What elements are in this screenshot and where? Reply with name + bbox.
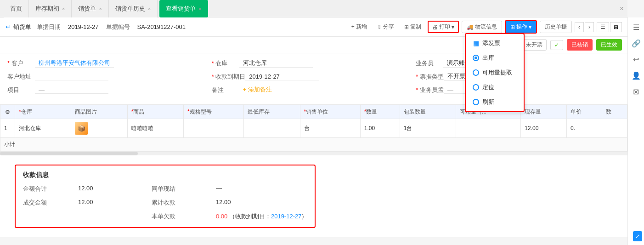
- confirm-button[interactable]: ✓: [550, 40, 563, 50]
- logistics-label: 物流信息: [475, 23, 497, 31]
- row-min-stock: [244, 119, 300, 138]
- col-gear: ⚙: [0, 105, 15, 119]
- confirm-icon: ✓: [554, 42, 559, 48]
- outbound-label: 出库: [482, 54, 494, 62]
- menu-item-available-qty[interactable]: 可用量提取: [466, 65, 524, 80]
- effective-button[interactable]: 已生效: [596, 39, 622, 51]
- sidebar-icon-link[interactable]: 🔗: [630, 37, 643, 50]
- tab-sales[interactable]: 销货单 ×: [72, 0, 108, 17]
- print-button[interactable]: 🖨 打印 ▾: [428, 21, 459, 33]
- locate-icon: [472, 84, 480, 91]
- menu-item-locate[interactable]: 定位: [466, 80, 524, 95]
- table-scroll-bar[interactable]: [0, 152, 627, 155]
- due-date: 2019-12-27: [271, 213, 302, 220]
- sidebar-icon-table[interactable]: ⊠: [631, 85, 641, 98]
- current-due-label: 本单欠款: [152, 211, 216, 222]
- outbound-icon: [472, 54, 480, 62]
- menu-item-refresh[interactable]: 刷新: [466, 95, 524, 109]
- locate-label: 定位: [482, 83, 494, 91]
- current-due-value: 0.00: [216, 213, 227, 220]
- row-warehouse: 河北仓库: [15, 119, 71, 138]
- logistics-button[interactable]: 🚚 物流信息: [462, 21, 502, 33]
- close-tab-sales-history[interactable]: ×: [148, 6, 151, 11]
- total-amount-label: 金额合计: [23, 184, 78, 194]
- number-label: 单据编号: [106, 23, 130, 31]
- close-tab-view-sales[interactable]: ×: [198, 6, 201, 11]
- window-close-button[interactable]: ×: [620, 5, 624, 13]
- history-button[interactable]: 历史单据: [540, 21, 572, 33]
- row-available: [456, 119, 521, 138]
- col-pack-qty: 包装数量: [400, 105, 456, 119]
- customer-field: 客户 柳州粤港平安气体有限公司: [7, 59, 212, 68]
- effective-label: 已生效: [601, 41, 617, 48]
- col-spec: *规格型号: [184, 105, 244, 119]
- next-button[interactable]: ›: [585, 22, 594, 32]
- cancelled-button[interactable]: 已核销: [567, 39, 593, 51]
- subtotal-row: 小计: [0, 138, 627, 152]
- form-row-2: 客户地址 — 收款到期日 2019-12-27 票据类型 不开票: [7, 72, 620, 81]
- add-invoice-label: 添发票: [482, 39, 500, 47]
- print-label: 打印: [439, 23, 450, 31]
- refresh-icon: [472, 98, 480, 106]
- table-container: ⚙ *仓库 商品图片 *商品 *规格型号 最低库存 *销售单位 *数量 包装数量…: [0, 105, 627, 155]
- due-note: （收款到期日：: [229, 213, 271, 220]
- sidebar-icon-menu[interactable]: ☰: [631, 21, 641, 34]
- row-quantity: 1.00: [360, 119, 400, 138]
- share-button[interactable]: ⇧ 分享: [373, 22, 398, 32]
- project-field: 项目 —: [7, 86, 212, 94]
- payment-grid: 金额合计 12.00 同单现结 — 成交金额 12.00 累计收款 12.00 …: [23, 184, 307, 222]
- available-qty-label: 可用量提取: [482, 68, 512, 77]
- ticket-type-label: 票据类型: [416, 73, 444, 81]
- row-unit-price: 0.: [567, 119, 602, 138]
- close-tab-inventory[interactable]: ×: [62, 6, 65, 11]
- tab-view-sales[interactable]: 查看销货单 ×: [159, 0, 208, 17]
- prev-button[interactable]: ‹: [575, 22, 584, 32]
- transaction-amount-value: 12.00: [78, 198, 152, 208]
- close-tab-sales[interactable]: ×: [99, 6, 102, 11]
- col-warehouse: *仓库: [15, 105, 71, 119]
- tab-home[interactable]: 首页: [4, 0, 29, 17]
- right-sidebar: ☰ 🔗 ↩ 👤 ⊠ ⤢: [627, 17, 644, 237]
- history-label: 历史单据: [545, 23, 567, 30]
- sidebar-expand-button[interactable]: ⤢: [633, 231, 642, 237]
- operation-button[interactable]: ⊞ 操作 ▾: [505, 20, 537, 34]
- copy-icon: ⊞: [404, 24, 409, 30]
- operation-dropdown-icon: ▾: [529, 24, 531, 30]
- new-button[interactable]: + 新增: [348, 22, 371, 32]
- project-value: —: [35, 86, 108, 94]
- available-qty-icon: [472, 69, 480, 76]
- date-value: 2019-12-27: [68, 23, 99, 30]
- form-area: 客户 柳州粤港平安气体有限公司 仓库 河北仓库 业务员 演示账号 客户地址 —: [0, 53, 627, 105]
- table-header-row: ⚙ *仓库 商品图片 *商品 *规格型号 最低库存 *销售单位 *数量 包装数量…: [0, 105, 627, 119]
- grid-view-button[interactable]: ⊞: [610, 22, 622, 32]
- row-current-stock: 12.00: [521, 119, 567, 138]
- print-dropdown-icon: ▾: [452, 24, 454, 30]
- total-amount-value: 12.00: [78, 184, 152, 194]
- col-current-stock: 现存量: [521, 105, 567, 119]
- doc-title: ↩ 销货单: [6, 23, 31, 31]
- sidebar-icon-user[interactable]: 👤: [630, 69, 643, 82]
- copy-button[interactable]: ⊞ 复制: [401, 22, 425, 32]
- share-label: 分享: [383, 23, 394, 31]
- menu-item-add-invoice[interactable]: ▦ 添发票: [466, 36, 524, 51]
- tab-sales-history[interactable]: 销货单历史 ×: [109, 0, 158, 17]
- form-row-1: 客户 柳州粤港平安气体有限公司 仓库 河北仓库 业务员 演示账号: [7, 59, 620, 68]
- same-order-value: —: [216, 184, 307, 194]
- add-invoice-icon: ▦: [472, 40, 480, 47]
- menu-item-outbound[interactable]: 出库: [466, 51, 524, 65]
- table-scroll-thumb[interactable]: [0, 152, 138, 155]
- row-amount: [602, 119, 627, 138]
- salesperson-label: 业务员孟: [416, 86, 444, 94]
- list-view-button[interactable]: ☰: [597, 22, 609, 32]
- cancelled-label: 已核销: [571, 41, 588, 48]
- tab-inventory[interactable]: 库存期初 ×: [29, 0, 72, 17]
- product-image: 📦: [75, 122, 88, 135]
- due-note-end: ）: [301, 213, 307, 220]
- sidebar-icon-reply[interactable]: ↩: [631, 53, 641, 66]
- note-add[interactable]: + 添加备注: [239, 85, 313, 94]
- form-row-3: 项目 — 备注 + 添加备注 业务员孟 —: [7, 85, 620, 94]
- customer-value[interactable]: 柳州粤港平安气体有限公司: [35, 59, 114, 68]
- row-unit: 台: [300, 119, 360, 138]
- row-product-img: 📦: [71, 119, 127, 138]
- note-label: 备注: [212, 86, 239, 94]
